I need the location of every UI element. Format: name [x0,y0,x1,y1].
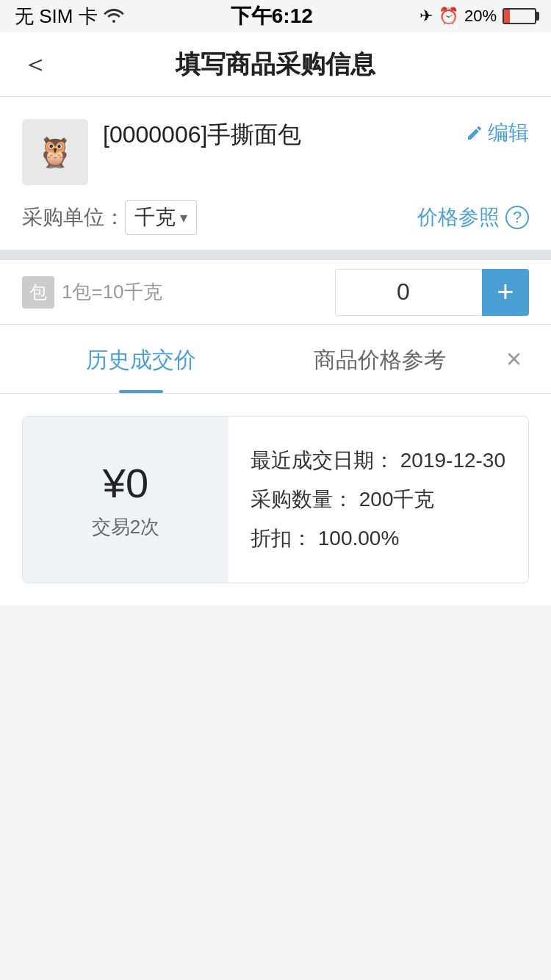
status-bar: 无 SIM 卡 下午6:12 ✈ ⏰ 20% [0,0,551,32]
recent-date-label: 最近成交日期： [251,449,395,472]
owl-logo-icon: 🦉 [37,135,73,170]
history-price-box: ¥0 交易2次 [23,417,228,583]
page-title: 填写商品采购信息 [176,48,375,82]
price-ref-label: 价格参照 [417,203,500,231]
back-button[interactable]: ＜ [22,39,56,90]
product-name: [0000006]手撕面包 [103,119,301,151]
quantity-row: 包 1包=10千克 + [0,260,551,325]
status-right: ✈ ⏰ 20% [419,7,536,26]
battery-percent: 20% [464,7,497,26]
battery-icon [503,8,536,24]
product-header: 🦉 [0000006]手撕面包 编辑 [22,119,529,185]
package-icon: 包 [22,276,54,309]
edit-label: 编辑 [488,119,529,147]
package-equiv: 1包=10千克 [62,279,162,305]
status-left: 无 SIM 卡 [15,4,124,29]
wifi-icon [104,5,124,28]
trade-count: 交易2次 [92,514,159,540]
quantity-control: + [335,269,529,316]
alarm-icon: ⏰ [439,7,458,26]
help-icon: ? [505,206,529,229]
history-price: ¥0 [103,459,148,507]
package-label: 包 1包=10千克 [22,276,162,309]
bottom-area [0,605,551,980]
discount-row: 折扣： 100.00% [251,524,506,552]
purchase-qty-row: 采购数量： 200千克 [251,485,506,514]
nav-header: ＜ 填写商品采购信息 [0,32,551,97]
tab-close-button[interactable]: × [499,336,529,382]
recent-date-row: 最近成交日期： 2019-12-30 [251,446,506,475]
history-section: ¥0 交易2次 最近成交日期： 2019-12-30 采购数量： 200千克 折… [0,394,551,605]
location-icon: ✈ [419,7,433,26]
tab-section: 历史成交价 商品价格参考 × ¥0 交易2次 最近成交日期： 2019-12-3… [0,325,551,605]
history-details: 最近成交日期： 2019-12-30 采购数量： 200千克 折扣： 100.0… [228,417,528,583]
unit-select[interactable]: 千克 ▾ [125,200,197,235]
unit-label: 采购单位： [22,203,125,231]
product-card: 🦉 [0000006]手撕面包 编辑 采购单位： 千克 ▾ 价格参照 ? [0,97,551,250]
history-card: ¥0 交易2次 最近成交日期： 2019-12-30 采购数量： 200千克 折… [22,416,529,583]
status-time: 下午6:12 [231,2,313,30]
tab-history-price[interactable]: 历史成交价 [22,325,260,393]
recent-date-value: 2019-12-30 [400,449,505,472]
product-thumbnail: 🦉 [22,119,88,185]
discount-value: 100.00% [318,527,400,550]
quantity-input[interactable] [335,269,482,316]
quantity-plus-button[interactable]: + [482,269,529,316]
section-divider [0,250,551,260]
price-reference-button[interactable]: 价格参照 ? [417,203,529,231]
tab-price-reference[interactable]: 商品价格参考 [260,325,498,393]
chevron-down-icon: ▾ [180,209,187,226]
edit-button[interactable]: 编辑 [466,119,529,147]
product-info: [0000006]手撕面包 编辑 [103,119,529,163]
discount-label: 折扣： [251,527,312,550]
purchase-qty-label: 采购数量： [251,488,353,511]
purchase-qty-value: 200千克 [359,488,435,511]
carrier-text: 无 SIM 卡 [15,4,98,29]
unit-value: 千克 [134,203,176,231]
product-row2: 采购单位： 千克 ▾ 价格参照 ? [22,200,529,235]
tab-bar: 历史成交价 商品价格参考 × [0,325,551,394]
